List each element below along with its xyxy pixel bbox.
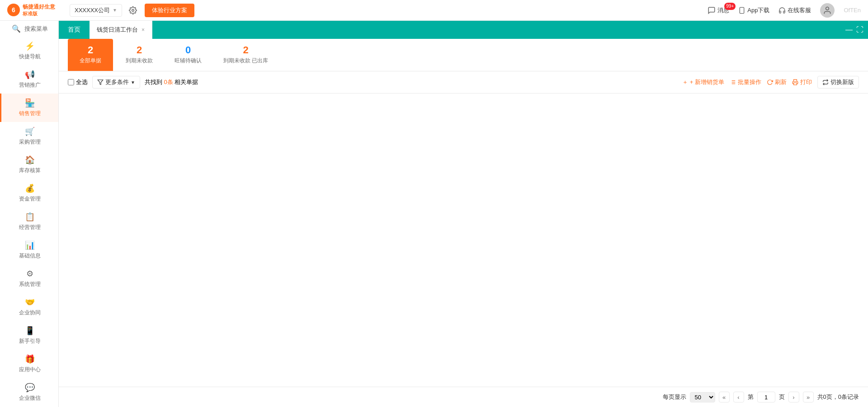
found-text: 共找到 0条 相关单据 — [145, 78, 198, 86]
sidebar-item-quick-nav[interactable]: ⚡ 快捷导航 — [0, 37, 58, 65]
stat-tab-overdue-unshipped[interactable]: 2 到期未收款 已出库 — [212, 39, 279, 71]
tab-close-icon[interactable]: × — [142, 27, 145, 33]
sidebar: 🔍 搜索菜单 ⚡ 快捷导航 📢 营销推广 🏪 销售管理 🛒 采购管理 🏠 库存核… — [0, 21, 59, 407]
sidebar-item-purchase[interactable]: 🛒 采购管理 — [0, 122, 58, 150]
select-all-input[interactable] — [68, 79, 74, 85]
sidebar-search-label: 搜索菜单 — [24, 25, 48, 33]
sidebar-item-wechat[interactable]: 💬 企业微信 — [0, 378, 58, 407]
tab-bar-actions: — ⛶ — [845, 26, 868, 34]
message-badge: 99+ — [724, 3, 736, 10]
filter-label: 更多条件 — [105, 78, 129, 86]
add-sales-icon: ＋ — [682, 78, 688, 86]
app-download-button[interactable]: App下载 — [738, 6, 769, 14]
logo-text: 畅捷通好生意 标准版 — [23, 4, 55, 17]
system-icon: ⚙ — [26, 269, 33, 279]
sidebar-item-sales[interactable]: 🏪 销售管理 — [0, 94, 58, 122]
inventory-icon: 🏠 — [25, 155, 35, 165]
sidebar-wechat-label: 企业微信 — [19, 394, 41, 402]
stat-all-num: 2 — [88, 44, 93, 56]
tab-minimize-icon[interactable]: — — [845, 26, 853, 34]
found-prefix: 共找到 — [145, 79, 162, 85]
sidebar-item-guide[interactable]: 📱 新手引导 — [0, 321, 58, 350]
sidebar-item-app-center[interactable]: 🎁 应用中心 — [0, 350, 58, 378]
stat-tab-wangwang[interactable]: 0 旺辅待确认 — [164, 39, 212, 71]
sidebar-item-operations[interactable]: 📋 经营管理 — [0, 207, 58, 236]
app-download-label: App下载 — [747, 6, 769, 14]
sidebar-item-capital[interactable]: 💰 资金管理 — [0, 179, 58, 207]
sidebar-operations-label: 经营管理 — [19, 224, 41, 231]
logo-line2: 标准版 — [23, 10, 55, 17]
batch-label: 批量操作 — [738, 78, 761, 86]
tab-bar: 首页 钱货日清工作台 × — ⛶ — [59, 21, 868, 39]
online-service-button[interactable]: 在线客服 — [778, 6, 811, 14]
prev-page-button[interactable]: ‹ — [733, 392, 744, 402]
select-all-checkbox[interactable]: 全选 — [68, 78, 88, 86]
filter-dropdown-icon: ▼ — [131, 80, 135, 85]
guide-icon: 📱 — [25, 326, 35, 336]
sidebar-item-basic-info[interactable]: 📊 基础信息 — [0, 236, 58, 264]
user-avatar[interactable] — [820, 3, 835, 18]
logo-line1: 畅捷通好生意 — [23, 4, 55, 11]
switch-version-button[interactable]: 切换新版 — [817, 76, 859, 89]
user-name: OfTEn — [844, 7, 861, 14]
found-suffix: 相关单据 — [175, 79, 198, 85]
company-selector[interactable]: XXXXXX公司 ▼ — [70, 4, 122, 17]
filter-icon — [97, 79, 104, 85]
page-content: 2 全部单据 2 到期未收款 0 旺辅待确认 2 到期未收款 已出库 — [59, 39, 868, 407]
table-area — [59, 94, 868, 387]
wechat-icon: 💬 — [25, 383, 35, 393]
sidebar-item-search[interactable]: 🔍 搜索菜单 — [0, 21, 58, 37]
svg-marker-4 — [98, 80, 103, 85]
page-size-select[interactable]: 50 10 20 100 — [690, 392, 715, 402]
sidebar-basic-info-label: 基础信息 — [19, 252, 41, 260]
page-number-input[interactable] — [757, 392, 775, 402]
message-button[interactable]: 消息 99+ — [708, 6, 729, 14]
next-page-button[interactable]: › — [788, 392, 799, 402]
print-label: 打印 — [800, 78, 812, 86]
top-bar: 6 畅捷通好生意 标准版 XXXXXX公司 ▼ 体验行业方案 消息 99+ — [0, 0, 868, 21]
pagination: 每页显示 50 10 20 100 « ‹ 第 页 › » 共0页，0条记录 — [59, 387, 868, 407]
stat-wangwang-num: 0 — [185, 44, 191, 56]
page-size-label: 每页显示 — [663, 393, 686, 401]
tab-home[interactable]: 首页 — [59, 21, 90, 39]
sidebar-item-enterprise[interactable]: 🤝 企业协同 — [0, 293, 58, 321]
tab-qianhuo[interactable]: 钱货日清工作台 × — [90, 21, 152, 39]
stat-tab-overdue[interactable]: 2 到期未收款 — [115, 39, 164, 71]
tab-maximize-icon[interactable]: ⛶ — [856, 26, 863, 34]
page-label: 第 — [748, 393, 754, 401]
company-dropdown-icon: ▼ — [113, 8, 117, 13]
print-button[interactable]: 打印 — [792, 78, 812, 86]
switch-icon — [822, 79, 829, 85]
sidebar-quick-nav-label: 快捷导航 — [19, 53, 41, 61]
sidebar-item-marketing[interactable]: 📢 营销推广 — [0, 65, 58, 94]
trial-button[interactable]: 体验行业方案 — [145, 4, 194, 17]
add-sales-label: + 新增销货单 — [690, 78, 724, 86]
stat-wangwang-label: 旺辅待确认 — [175, 57, 202, 65]
search-icon: 🔍 — [12, 24, 21, 33]
tab-qianhuo-label: 钱货日清工作台 — [97, 26, 138, 34]
sidebar-system-label: 系统管理 — [19, 281, 41, 288]
sidebar-app-center-label: 应用中心 — [19, 366, 41, 374]
sidebar-guide-label: 新手引导 — [19, 337, 41, 345]
stat-tab-all[interactable]: 2 全部单据 — [68, 39, 113, 71]
sidebar-item-inventory[interactable]: 🏠 库存核算 — [0, 150, 58, 179]
batch-operation-button[interactable]: 批量操作 — [730, 78, 761, 86]
toolbar: 全选 更多条件 ▼ 共找到 0条 相关单据 ＋ — [59, 71, 868, 94]
print-icon — [792, 79, 798, 85]
refresh-button[interactable]: 刷新 — [767, 78, 787, 86]
add-sales-order-button[interactable]: ＋ + 新增销货单 — [682, 78, 724, 86]
svg-rect-1 — [740, 7, 744, 13]
sidebar-item-system[interactable]: ⚙ 系统管理 — [0, 264, 58, 293]
sidebar-sales-label: 销售管理 — [19, 110, 41, 117]
settings-button[interactable] — [126, 3, 140, 18]
first-page-button[interactable]: « — [719, 392, 730, 402]
filter-button[interactable]: 更多条件 ▼ — [92, 76, 140, 89]
sales-icon: 🏪 — [25, 98, 35, 108]
total-records-label: 共0页，0条记录 — [817, 393, 859, 401]
app-center-icon: 🎁 — [25, 354, 35, 364]
refresh-icon — [767, 79, 773, 85]
logo-icon: 6 — [7, 4, 20, 16]
capital-icon: 💰 — [25, 183, 35, 193]
stat-unshipped-label: 到期未收款 已出库 — [223, 57, 268, 65]
last-page-button[interactable]: » — [803, 392, 814, 402]
